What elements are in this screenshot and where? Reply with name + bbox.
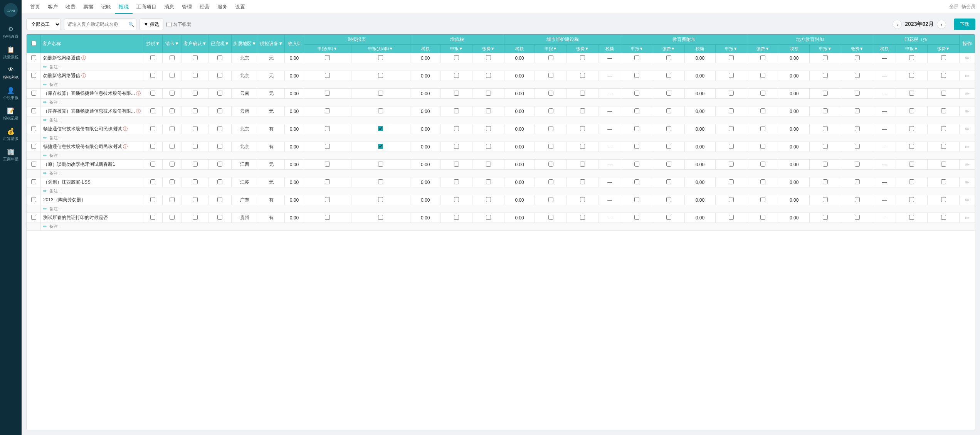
- row-edu-declare[interactable]: [621, 160, 653, 170]
- city-declare-checkbox[interactable]: [548, 91, 553, 96]
- row-city-declare[interactable]: [535, 142, 567, 152]
- edit-icon[interactable]: ✏: [965, 91, 970, 97]
- employee-select[interactable]: 全部员工: [26, 19, 61, 30]
- row-vat-declare[interactable]: [440, 195, 472, 205]
- fin-month-checkbox[interactable]: [378, 162, 383, 167]
- fin-year-checkbox[interactable]: [325, 197, 330, 202]
- row-checkbox-cell[interactable]: [27, 142, 41, 152]
- fin-month-checkbox[interactable]: [378, 73, 383, 78]
- row-stamp-pay[interactable]: [928, 124, 960, 134]
- row-clear-card[interactable]: [163, 89, 182, 99]
- vat-declare-checkbox[interactable]: [454, 197, 459, 202]
- stamp-pay-checkbox[interactable]: [941, 91, 946, 96]
- row-vat-pay[interactable]: [472, 71, 504, 81]
- row-client-confirm[interactable]: [182, 177, 208, 187]
- nav-messages[interactable]: 消息: [160, 0, 178, 14]
- paid-checkbox[interactable]: [217, 215, 222, 220]
- edit-icon[interactable]: ✏: [965, 73, 970, 79]
- col-city-fee[interactable]: 缴费▼: [566, 45, 598, 53]
- row-select-checkbox[interactable]: [31, 126, 36, 131]
- row-vat-pay[interactable]: [472, 124, 504, 134]
- vat-pay-checkbox[interactable]: [486, 197, 491, 202]
- clear-card-checkbox[interactable]: [170, 144, 175, 149]
- row-edu-pay[interactable]: [653, 106, 685, 116]
- row-local-fee[interactable]: [747, 53, 779, 63]
- city-declare-checkbox[interactable]: [548, 197, 553, 202]
- client-confirm-checkbox[interactable]: [193, 108, 198, 113]
- row-fin-year[interactable]: [304, 142, 351, 152]
- edu-pay-checkbox[interactable]: [666, 197, 671, 202]
- row-copy-tax[interactable]: [143, 213, 163, 223]
- edu-declare-checkbox[interactable]: [634, 91, 639, 96]
- row-copy-tax[interactable]: [143, 106, 163, 116]
- row-local-fee[interactable]: [747, 124, 779, 134]
- edu-pay-checkbox[interactable]: [666, 108, 671, 113]
- row-local-fee2[interactable]: [841, 106, 873, 116]
- col-fin-month[interactable]: 申报(月/季)▼: [351, 45, 410, 53]
- local-fee2-checkbox[interactable]: [855, 91, 860, 96]
- stamp-pay-checkbox[interactable]: [941, 73, 946, 78]
- local-fee-checkbox[interactable]: [760, 126, 765, 131]
- vat-declare-checkbox[interactable]: [454, 108, 459, 113]
- note-cell[interactable]: ✏ 备注：: [41, 81, 975, 89]
- note-cell[interactable]: ✏ 备注：: [41, 152, 975, 160]
- local-fee-checkbox[interactable]: [760, 215, 765, 220]
- row-local-fee[interactable]: [747, 160, 779, 170]
- edit-icon[interactable]: ✏: [965, 126, 970, 132]
- stamp-declare-checkbox[interactable]: [909, 162, 914, 167]
- row-edu-declare[interactable]: [621, 124, 653, 134]
- row-fin-month[interactable]: [351, 106, 410, 116]
- row-clear-card[interactable]: [163, 177, 182, 187]
- stamp-declare-checkbox[interactable]: [909, 55, 914, 60]
- edu-declare-checkbox[interactable]: [634, 197, 639, 202]
- fin-month-checkbox[interactable]: [378, 144, 383, 149]
- row-checkbox-cell[interactable]: [27, 160, 41, 170]
- col-stamp-fee[interactable]: 缴费▼: [928, 45, 960, 53]
- row-copy-tax[interactable]: [143, 142, 163, 152]
- row-edu-extra[interactable]: [715, 53, 747, 63]
- row-edu-extra[interactable]: [715, 177, 747, 187]
- fin-year-checkbox[interactable]: [325, 73, 330, 78]
- row-client-confirm[interactable]: [182, 213, 208, 223]
- row-edu-pay[interactable]: [653, 53, 685, 63]
- row-local-fee2[interactable]: [841, 213, 873, 223]
- local-fee2-checkbox[interactable]: [855, 179, 860, 184]
- row-fin-year[interactable]: [304, 195, 351, 205]
- row-edit-btn[interactable]: ✏: [960, 142, 975, 152]
- stamp-declare-checkbox[interactable]: [909, 179, 914, 184]
- row-vat-pay[interactable]: [472, 160, 504, 170]
- col-vat-pay[interactable]: 缴费▼: [472, 45, 504, 53]
- local-declare-checkbox[interactable]: [823, 126, 828, 131]
- vat-pay-checkbox[interactable]: [486, 162, 491, 167]
- sidebar-item-individual-tax[interactable]: 👤 个税申报: [0, 83, 22, 103]
- paid-checkbox[interactable]: [217, 108, 222, 113]
- vat-declare-checkbox[interactable]: [454, 91, 459, 96]
- stamp-declare-checkbox[interactable]: [909, 215, 914, 220]
- row-vat-declare[interactable]: [440, 124, 472, 134]
- edit-icon[interactable]: ✏: [965, 215, 970, 221]
- row-clear-card[interactable]: [163, 213, 182, 223]
- vat-pay-checkbox[interactable]: [486, 73, 491, 78]
- row-stamp-declare[interactable]: [896, 124, 928, 134]
- edu-extra-checkbox[interactable]: [729, 162, 734, 167]
- client-confirm-checkbox[interactable]: [193, 144, 198, 149]
- col-fin-year[interactable]: 申报(年)▼: [304, 45, 351, 53]
- row-client-confirm[interactable]: [182, 89, 208, 99]
- row-fin-year[interactable]: [304, 53, 351, 63]
- paid-checkbox[interactable]: [217, 179, 222, 184]
- sidebar-item-settlement[interactable]: 💰 汇算清缴: [0, 124, 22, 144]
- row-local-declare[interactable]: [809, 213, 841, 223]
- row-city-declare[interactable]: [535, 124, 567, 134]
- row-paid[interactable]: [208, 142, 232, 152]
- row-stamp-declare[interactable]: [896, 177, 928, 187]
- row-stamp-declare[interactable]: [896, 142, 928, 152]
- row-local-fee2[interactable]: [841, 142, 873, 152]
- local-fee2-checkbox[interactable]: [855, 162, 860, 167]
- local-fee-checkbox[interactable]: [760, 197, 765, 202]
- vat-pay-checkbox[interactable]: [486, 215, 491, 220]
- row-edu-declare[interactable]: [621, 142, 653, 152]
- row-edu-pay[interactable]: [653, 89, 685, 99]
- row-stamp-declare[interactable]: [896, 195, 928, 205]
- row-city-pay[interactable]: [566, 71, 598, 81]
- edu-extra-checkbox[interactable]: [729, 73, 734, 78]
